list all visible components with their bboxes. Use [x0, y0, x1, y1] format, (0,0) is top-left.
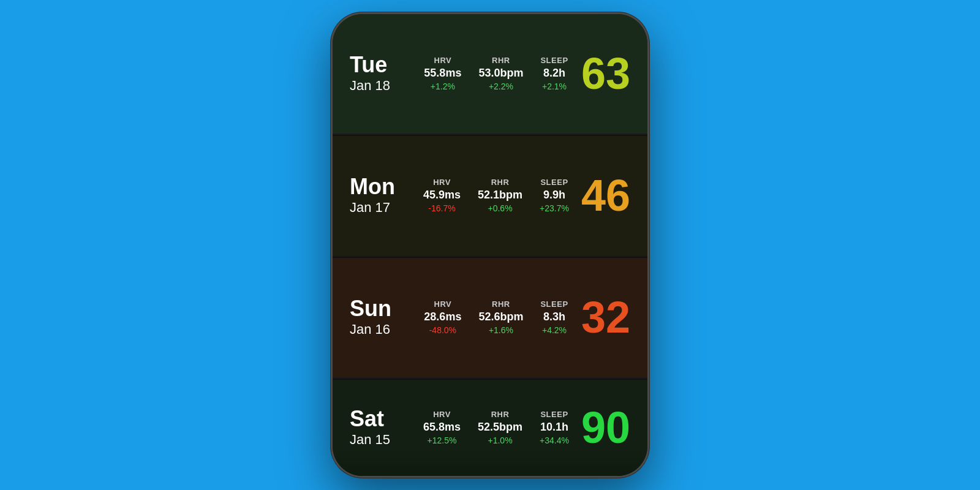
hrv-label-tue: HRV [434, 56, 452, 65]
date-label-sun: Jan 16 [350, 321, 411, 339]
sleep-metric-mon: SLEEP 9.9h +23.7% [540, 178, 569, 213]
sleep-value-mon: 9.9h [543, 189, 565, 202]
day-name-sat: Sat [350, 407, 411, 431]
date-section-sun: Sun Jan 16 [350, 296, 411, 338]
hrv-metric-sat: HRV 65.8ms +12.5% [423, 410, 461, 445]
rhr-change-sun: +1.6% [489, 325, 513, 335]
date-label-mon: Jan 17 [350, 199, 411, 217]
date-label-sat: Jan 15 [350, 431, 411, 449]
date-section-mon: Mon Jan 17 [350, 175, 411, 216]
rhr-change-tue: +2.2% [489, 81, 513, 91]
rhr-metric-mon: RHR 52.1bpm +0.6% [478, 178, 522, 213]
rhr-value-sun: 52.6bpm [478, 311, 523, 323]
day-card-tue[interactable]: Tue Jan 18 HRV 55.8ms +1.2% RHR 53.0bpm … [333, 14, 647, 134]
rhr-change-mon: +0.6% [488, 203, 513, 213]
hrv-change-tue: +1.2% [431, 81, 455, 91]
sleep-change-mon: +23.7% [540, 203, 569, 213]
day-name-sun: Sun [350, 296, 411, 321]
rhr-label-tue: RHR [492, 56, 510, 65]
hrv-metric-tue: HRV 55.8ms +1.2% [424, 56, 461, 91]
rhr-label-mon: RHR [491, 178, 510, 187]
rhr-label-sat: RHR [491, 410, 510, 419]
score-section-tue: 63 [581, 51, 630, 96]
date-section-tue: Tue Jan 18 [350, 53, 411, 94]
sleep-value-sat: 10.1h [540, 421, 568, 434]
rhr-label-sun: RHR [492, 300, 510, 309]
hrv-metric-sun: HRV 28.6ms -48.0% [424, 300, 461, 335]
day-name-tue: Tue [350, 53, 411, 77]
hrv-value-tue: 55.8ms [424, 67, 461, 80]
score-section-mon: 46 [581, 173, 630, 217]
sleep-metric-sun: SLEEP 8.3h +4.2% [540, 300, 568, 335]
day-card-mon[interactable]: Mon Jan 17 HRV 45.9ms -16.7% RHR 52.1bpm… [333, 136, 647, 255]
score-tue: 63 [581, 51, 630, 96]
score-sun: 32 [581, 295, 630, 339]
hrv-value-sun: 28.6ms [424, 311, 461, 323]
date-label-tue: Jan 18 [350, 77, 411, 95]
metrics-section-sat: HRV 65.8ms +12.5% RHR 52.5bpm +1.0% SLEE… [411, 410, 581, 445]
hrv-value-sat: 65.8ms [423, 421, 461, 434]
rhr-metric-sun: RHR 52.6bpm +1.6% [478, 300, 523, 335]
rhr-value-mon: 52.1bpm [478, 189, 522, 202]
rhr-metric-sat: RHR 52.5bpm +1.0% [478, 410, 522, 445]
sleep-change-sun: +4.2% [542, 325, 567, 335]
day-name-mon: Mon [350, 175, 411, 199]
sleep-label-sun: SLEEP [540, 300, 568, 309]
sleep-value-tue: 8.2h [543, 67, 565, 80]
hrv-label-sat: HRV [433, 410, 451, 419]
metrics-section-sun: HRV 28.6ms -48.0% RHR 52.6bpm +1.6% SLEE… [411, 300, 581, 335]
date-section-sat: Sat Jan 15 [350, 407, 411, 448]
hrv-change-sat: +12.5% [428, 435, 457, 445]
metrics-section-tue: HRV 55.8ms +1.2% RHR 53.0bpm +2.2% SLEEP… [411, 56, 581, 91]
sleep-value-sun: 8.3h [543, 311, 565, 323]
phone-frame: Tue Jan 18 HRV 55.8ms +1.2% RHR 53.0bpm … [331, 12, 649, 478]
metrics-section-mon: HRV 45.9ms -16.7% RHR 52.1bpm +0.6% SLEE… [411, 178, 581, 213]
sleep-label-sat: SLEEP [540, 410, 568, 419]
hrv-label-sun: HRV [434, 300, 452, 309]
sleep-change-tue: +2.1% [542, 81, 567, 91]
score-section-sat: 90 [581, 405, 630, 450]
score-mon: 46 [581, 173, 630, 217]
day-card-sun[interactable]: Sun Jan 16 HRV 28.6ms -48.0% RHR 52.6bpm… [333, 258, 647, 377]
rhr-metric-tue: RHR 53.0bpm +2.2% [478, 56, 523, 91]
sat-fade [333, 451, 647, 476]
hrv-change-mon: -16.7% [428, 203, 455, 213]
sleep-change-sat: +34.4% [540, 435, 569, 445]
score-section-sun: 32 [581, 295, 630, 339]
hrv-change-sun: -48.0% [429, 325, 456, 335]
day-card-sat[interactable]: Sat Jan 15 HRV 65.8ms +12.5% RHR 52.5bpm… [333, 380, 647, 476]
score-sat: 90 [581, 405, 630, 450]
phone-inner: Tue Jan 18 HRV 55.8ms +1.2% RHR 53.0bpm … [333, 14, 647, 476]
rhr-change-sat: +1.0% [488, 435, 513, 445]
rhr-value-tue: 53.0bpm [478, 67, 523, 80]
sleep-label-mon: SLEEP [540, 178, 568, 187]
sleep-metric-sat: SLEEP 10.1h +34.4% [540, 410, 569, 445]
sleep-metric-tue: SLEEP 8.2h +2.1% [540, 56, 568, 91]
sleep-label-tue: SLEEP [540, 56, 568, 65]
hrv-label-mon: HRV [433, 178, 451, 187]
rhr-value-sat: 52.5bpm [478, 421, 522, 434]
hrv-value-mon: 45.9ms [423, 189, 461, 202]
hrv-metric-mon: HRV 45.9ms -16.7% [423, 178, 461, 213]
